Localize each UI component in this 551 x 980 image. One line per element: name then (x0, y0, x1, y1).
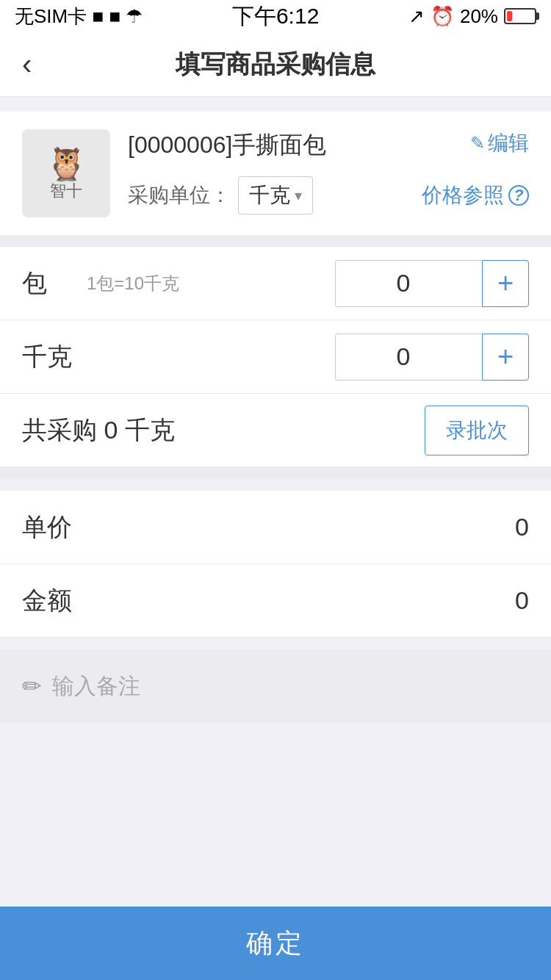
product-name: [0000006]手撕面包 (128, 129, 326, 162)
price-ref-label: 价格参照 (422, 181, 504, 209)
note-placeholder-text: 输入备注 (52, 671, 140, 702)
price-reference-button[interactable]: 价格参照 ? (422, 181, 529, 209)
total-row: 共采购 0 千克 录批次 (0, 394, 551, 467)
pencil-icon: ✏ (22, 672, 42, 700)
kg-input-row: 千克 + (0, 320, 551, 394)
bag-plus-button[interactable]: + (482, 260, 529, 307)
section-divider-2 (0, 467, 551, 479)
unit-value: 千克 (249, 181, 290, 209)
kg-plus-button[interactable]: + (482, 334, 529, 381)
product-card: 🦉 智十 [0000006]手撕面包 ✎ 编辑 采购单位： 千克 ▾ 价格参照 (0, 112, 551, 235)
bag-quantity-input-group: + (335, 260, 529, 307)
confirm-button[interactable]: 确定 (0, 907, 551, 980)
edit-label: 编辑 (488, 129, 529, 157)
product-info: [0000006]手撕面包 ✎ 编辑 采购单位： 千克 ▾ 价格参照 ? (128, 129, 529, 215)
status-right: ↗ ⏰ 20% (408, 5, 536, 28)
edit-icon: ✎ (470, 133, 485, 154)
help-icon: ? (508, 185, 529, 206)
product-id: [0000006] (128, 131, 232, 158)
page-title: 填写商品采购信息 (176, 48, 375, 82)
purchase-unit-row: 采购单位： 千克 ▾ 价格参照 ? (128, 176, 529, 215)
amount-value: 0 (515, 586, 529, 615)
alarm-icon: ⏰ (431, 5, 454, 28)
section-divider-1 (0, 235, 551, 247)
nav-bar: ‹ 填写商品采购信息 (0, 32, 551, 97)
input-section: 包 1包=10千克 + 千克 + (0, 247, 551, 394)
note-section[interactable]: ✏ 输入备注 (0, 649, 551, 723)
product-title: 手撕面包 (232, 131, 326, 158)
bag-label: 包 (22, 267, 81, 300)
time-text: 下午6:12 (232, 1, 319, 32)
carrier-text: 无SIM卡 ■ ■ ☂ (15, 4, 143, 29)
amount-label: 金额 (22, 584, 72, 618)
product-name-row: [0000006]手撕面包 ✎ 编辑 (128, 129, 529, 162)
location-icon: ↗ (408, 5, 425, 28)
unit-price-label: 单价 (22, 511, 72, 544)
dropdown-arrow-icon: ▾ (295, 187, 302, 204)
status-bar: 无SIM卡 ■ ■ ☂ 下午6:12 ↗ ⏰ 20% (0, 0, 551, 32)
back-button[interactable]: ‹ (15, 40, 39, 88)
unit-dropdown[interactable]: 千克 ▾ (238, 176, 313, 215)
kg-quantity-input-group: + (335, 334, 529, 381)
bag-quantity-input[interactable] (335, 260, 482, 307)
bottom-spacer (0, 723, 551, 796)
kg-quantity-input[interactable] (335, 334, 482, 381)
unit-selector-group: 采购单位： 千克 ▾ (128, 176, 313, 215)
battery-icon (504, 8, 536, 24)
bag-sublabel: 1包=10千克 (87, 272, 179, 295)
product-logo: 🦉 智十 (46, 148, 87, 199)
owl-icon: 🦉 (46, 148, 87, 180)
total-purchase-text: 共采购 0 千克 (22, 414, 175, 447)
bag-input-row: 包 1包=10千克 + (0, 247, 551, 320)
battery-percent: 20% (460, 5, 498, 28)
logo-text: 智十 (50, 183, 82, 199)
amount-row: 金额 0 (0, 564, 551, 638)
pricing-section: 单价 0 金额 0 (0, 491, 551, 638)
product-thumbnail: 🦉 智十 (22, 129, 110, 217)
unit-price-value: 0 (515, 513, 529, 541)
purchase-unit-label: 采购单位： (128, 181, 231, 209)
kg-label: 千克 (22, 340, 81, 374)
batch-record-button[interactable]: 录批次 (425, 406, 529, 455)
edit-button[interactable]: ✎ 编辑 (470, 129, 529, 157)
unit-price-row: 单价 0 (0, 491, 551, 564)
